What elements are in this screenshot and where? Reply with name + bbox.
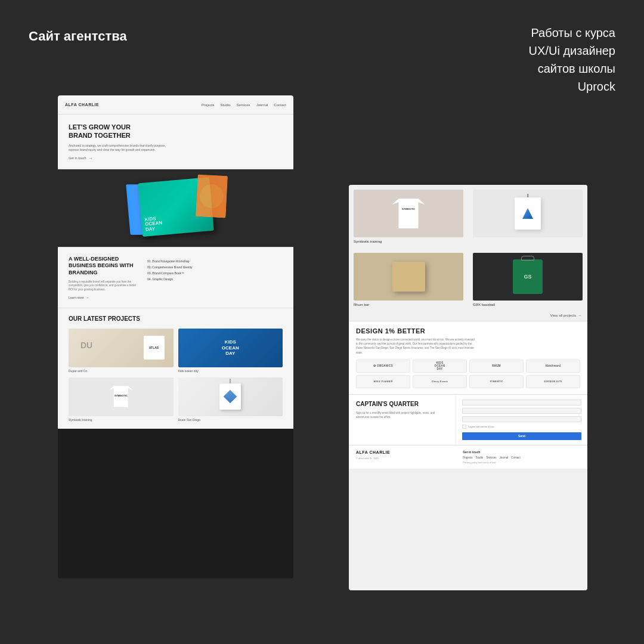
captains-left: CAPTAIN'S QUARTER Sign up for a monthly …: [349, 395, 456, 445]
portfolio-item-rhum[interactable]: Rhum bar: [349, 248, 468, 311]
latest-projects-section: OUR LATEST PROJECTS ATLAS Dupar and Co.: [58, 308, 293, 429]
portfolio-img-tag: [473, 190, 583, 237]
shirt-visual: SYMBIOTIC: [69, 377, 174, 416]
submit-button[interactable]: Send: [462, 432, 581, 440]
nav-link-services[interactable]: Services: [237, 103, 250, 107]
logo-item-symbiotic: SYMBIOTIC: [469, 375, 524, 388]
left-nav: ALFA CHARLIE Projects Studio Services Jo…: [58, 95, 293, 114]
hero-section: LET'S GROW YOUR BRAND TOGETHER Anchored …: [58, 114, 293, 169]
logo-item-classy: Classy Events: [413, 375, 467, 388]
logo-item-hatchward: Hatchward: [526, 360, 580, 373]
tag-diamond: [224, 390, 237, 404]
service-item-3: 03. Brand Compass Book™: [147, 270, 283, 276]
right-mockup-panel: SYMBIOTIC Symbiotic training: [349, 185, 587, 590]
rp-bag-shape: GS: [513, 259, 543, 294]
project-img-shirt: SYMBIOTIC: [69, 377, 174, 416]
project-img-dupar: ATLAS: [69, 329, 174, 367]
hero-cta[interactable]: Get in touch: [69, 156, 283, 160]
footer-link-projects[interactable]: Projects: [463, 456, 472, 459]
nav-link-projects[interactable]: Projects: [202, 103, 215, 107]
logo-item-kids: KIDSOCEANDAY: [413, 360, 467, 373]
book-visual: KIDSOCEANDAY: [122, 175, 230, 241]
form-project-input[interactable]: [462, 416, 581, 422]
rp-box-visual: [354, 253, 463, 301]
portfolio-item-tag[interactable]: [468, 185, 587, 248]
footer-copyright: © alfacharlie llc. 2022: [356, 457, 457, 460]
nav-link-studio[interactable]: Studio: [221, 103, 231, 107]
footer-get-in-touch: Get in touch: [463, 450, 580, 454]
rp-bag-visual: GS: [473, 253, 583, 301]
tag-string: [230, 379, 231, 383]
portfolio-item-shirt[interactable]: SYMBIOTIC Symbiotic training: [349, 185, 468, 248]
submit-button-label: Send: [518, 434, 525, 438]
rp-bag-logo-text: GS: [524, 274, 531, 280]
footer-logo: ALFA CHARLIE: [356, 450, 457, 454]
design-section: DESIGN 1% BETTER We carry the vision to …: [349, 321, 587, 394]
captains-section: CAPTAIN'S QUARTER Sign up for a monthly …: [349, 394, 587, 445]
project-item-shirt[interactable]: SYMBIOTIC Symbiotic training: [69, 377, 174, 422]
form-email-input[interactable]: [462, 408, 581, 414]
rp-shirt-visual: SYMBIOTIC: [354, 190, 463, 237]
checkbox-label: I agree with terms of use: [468, 425, 494, 428]
project-label-dcale: Dcale San Diego: [178, 418, 283, 422]
rp-shirt-shape: [392, 199, 425, 228]
form-checkbox[interactable]: [462, 425, 466, 429]
branding-title: A WELL-DESIGNED BUSINESS BEGINS WITH BRA…: [69, 256, 140, 277]
nav-link-journal[interactable]: Journal: [256, 103, 268, 107]
projects-grid: ATLAS Dupar and Co. KIDSOCEANDAY Kids oc…: [69, 329, 283, 422]
footer-link-studio[interactable]: Studio: [475, 456, 483, 459]
footer-link-contact[interactable]: Contact: [511, 456, 521, 459]
portfolio-item-grx[interactable]: GS GRX baseball: [468, 248, 587, 311]
logo-item-rhum: RHUM: [469, 360, 524, 373]
portfolio-grid: SYMBIOTIC Symbiotic training: [349, 185, 587, 311]
services-list: 01. Brand Navigation Workshop 02. Compre…: [147, 258, 283, 282]
branding-cta[interactable]: Learn more: [69, 296, 140, 299]
service-item-4: 04. Graphic Design: [147, 276, 283, 282]
footer-section: ALFA CHARLIE © alfacharlie llc. 2022 Get…: [349, 445, 587, 469]
project-item-dupar[interactable]: ATLAS Dupar and Co.: [69, 329, 174, 373]
page-title-right: Работы с курса UX/Ui дизайнер сайтов шко…: [529, 24, 615, 95]
project-item-kids[interactable]: KIDSOCEANDAY Kids ocean day: [178, 329, 283, 373]
project-img-kids: KIDSOCEANDAY: [178, 329, 283, 367]
dupar-bag: ATLAS: [144, 336, 165, 360]
left-mockup-panel: ALFA CHARLIE Projects Studio Services Jo…: [58, 95, 293, 578]
project-label-kids: Kids ocean day: [178, 369, 283, 373]
branding-left: A WELL-DESIGNED BUSINESS BEGINS WITH BRA…: [69, 256, 140, 299]
footer-link-services[interactable]: Services: [486, 456, 496, 459]
captains-title: CAPTAIN'S QUARTER: [356, 401, 448, 408]
view-all-projects[interactable]: View all projects: [349, 311, 587, 321]
branding-right: 01. Brand Navigation Workshop 02. Compre…: [147, 256, 283, 299]
projects-title: OUR LATEST PROJECTS: [69, 315, 283, 323]
logos-grid: ✿ ORGANICS KIDSOCEANDAY RHUM Hatchward A…: [356, 360, 580, 388]
portfolio-img-shirt: SYMBIOTIC: [354, 190, 463, 237]
captains-form: I agree with terms of use Send: [456, 395, 587, 445]
logo-item-organics: ✿ ORGANICS: [356, 360, 410, 373]
portfolio-label-rhum: Rhum bar: [354, 303, 463, 306]
page-title-left: Сайт агентства: [29, 29, 127, 44]
nav-link-contact[interactable]: Contact: [274, 103, 286, 107]
tag-shape: [219, 383, 241, 410]
design-title: DESIGN 1% BETTER: [356, 327, 580, 335]
project-item-dcale[interactable]: Dcale San Diego: [178, 377, 283, 422]
branding-body: Building a reputable brand will separate…: [69, 280, 140, 292]
portfolio-label-shirt: Symbiotic training: [354, 240, 463, 243]
rp-tag-triangle: [522, 208, 533, 219]
service-item-1: 01. Brand Navigation Workshop: [147, 258, 283, 264]
dcale-visual: [178, 377, 283, 416]
footer-privacy[interactable]: Privacy policy and terms of use: [463, 461, 580, 464]
project-img-dcale: [178, 377, 283, 416]
footer-link-journal[interactable]: Journal: [499, 456, 508, 459]
logo-item-aisle: AISLE PLANNER: [356, 375, 410, 388]
portfolio-img-rhum: [354, 253, 463, 301]
footer-links: Projects Studio Services Journal Contact: [463, 456, 580, 459]
rp-tag-visual: [473, 190, 583, 237]
project-label-dupar: Dupar and Co.: [69, 369, 174, 373]
form-name-input[interactable]: [462, 400, 581, 405]
portfolio-img-grx: GS: [473, 253, 583, 301]
rp-box-shape: [392, 262, 425, 292]
book-image-section: KIDSOCEANDAY: [58, 169, 293, 247]
hero-title: LET'S GROW YOUR BRAND TOGETHER: [69, 123, 140, 140]
form-checkbox-row: I agree with terms of use: [462, 425, 581, 429]
footer-right: Get in touch Projects Studio Services Jo…: [463, 450, 580, 464]
project-label-shirt: Symbiotic training: [69, 418, 174, 422]
